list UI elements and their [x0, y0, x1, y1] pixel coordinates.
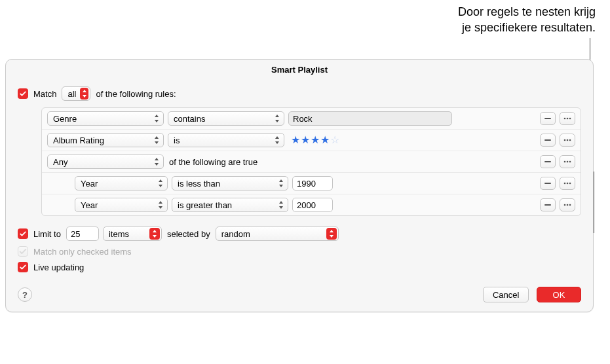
- rule-row: Genre contains Rock: [42, 108, 581, 129]
- svg-point-7: [569, 139, 571, 141]
- help-button[interactable]: ?: [18, 287, 32, 302]
- field-select[interactable]: Year: [75, 176, 168, 191]
- dialog-footer: ? Cancel OK: [6, 275, 593, 302]
- field-value: Genre: [53, 114, 77, 124]
- ellipsis-icon: [563, 115, 571, 122]
- operator-value: is less than: [178, 179, 220, 189]
- minus-icon: [544, 136, 552, 144]
- rules-container: Genre contains Rock: [41, 107, 581, 216]
- svg-point-18: [567, 204, 569, 206]
- add-rule-button[interactable]: [560, 177, 575, 190]
- remove-rule-button[interactable]: [540, 134, 556, 147]
- live-updating-row: Live updating: [18, 259, 581, 275]
- svg-rect-8: [544, 161, 551, 162]
- match-checked-label: Match only checked items: [32, 247, 133, 257]
- live-updating-label: Live updating: [32, 263, 85, 272]
- match-suffix: of the following rules:: [94, 89, 177, 99]
- rating-stars[interactable]: ★ ★ ★ ★ ☆: [291, 135, 339, 145]
- remove-rule-button[interactable]: [540, 198, 556, 211]
- match-mode-value: all: [67, 89, 76, 99]
- svg-point-6: [567, 139, 569, 141]
- field-select[interactable]: Year: [75, 198, 168, 212]
- svg-point-1: [564, 118, 566, 120]
- updown-icon: [155, 177, 166, 189]
- limit-count-value: 25: [71, 229, 80, 239]
- footer-buttons: Cancel OK: [478, 287, 581, 302]
- limit-checkbox[interactable]: [18, 228, 28, 239]
- remove-rule-button[interactable]: [540, 155, 556, 168]
- updown-icon: [272, 134, 282, 146]
- svg-point-10: [567, 161, 569, 163]
- add-rule-button[interactable]: [560, 198, 575, 211]
- operator-select[interactable]: is greater than: [172, 198, 288, 212]
- value-text: 1990: [297, 179, 316, 189]
- limit-label: Limit to: [32, 229, 62, 239]
- cancel-label: Cancel: [493, 290, 519, 300]
- dialog-title: Smart Playlist: [6, 60, 593, 84]
- limit-unit-select[interactable]: items: [103, 227, 162, 241]
- annotation-line-1: Door regels te nesten krijg: [458, 4, 596, 20]
- star-icon: ★: [291, 135, 300, 145]
- rule-row: Album Rating is ★ ★ ★ ★ ☆: [42, 129, 581, 151]
- minus-icon: [544, 115, 552, 122]
- updown-icon: [326, 228, 337, 240]
- operator-select[interactable]: is: [168, 133, 284, 147]
- updown-icon: [151, 134, 162, 146]
- svg-point-13: [564, 183, 566, 185]
- help-icon: ?: [22, 290, 28, 300]
- match-checkbox[interactable]: [18, 88, 28, 99]
- minus-icon: [544, 158, 552, 166]
- star-icon: ☆: [330, 135, 339, 145]
- svg-rect-16: [544, 204, 551, 206]
- svg-point-3: [569, 118, 571, 120]
- star-icon: ★: [301, 135, 310, 145]
- updown-icon: [272, 113, 282, 124]
- cancel-button[interactable]: Cancel: [483, 287, 529, 302]
- svg-point-9: [564, 161, 566, 163]
- updown-icon: [80, 88, 88, 100]
- add-rule-button[interactable]: [560, 112, 575, 125]
- operator-select[interactable]: contains: [168, 111, 284, 126]
- minus-icon: [544, 179, 552, 187]
- updown-icon: [151, 156, 162, 168]
- remove-rule-button[interactable]: [540, 177, 556, 190]
- svg-point-19: [569, 204, 571, 206]
- svg-point-11: [569, 161, 571, 163]
- updown-icon: [155, 199, 166, 211]
- remove-rule-button[interactable]: [540, 112, 556, 125]
- minus-icon: [544, 201, 552, 209]
- operator-value: contains: [174, 114, 205, 124]
- live-updating-checkbox[interactable]: [18, 262, 28, 272]
- value-input[interactable]: 1990: [292, 176, 333, 191]
- value-input[interactable]: 2000: [292, 198, 333, 212]
- match-checked-row: Match only checked items: [18, 244, 581, 259]
- svg-point-2: [567, 118, 569, 120]
- field-select[interactable]: Album Rating: [47, 133, 164, 147]
- match-row: Match all of the following rules:: [18, 84, 581, 103]
- nested-header-text: of the following are true: [168, 157, 259, 167]
- value-text: Rock: [293, 114, 313, 124]
- limit-row: Limit to 25 items selected by random: [18, 224, 581, 244]
- ok-label: OK: [553, 290, 565, 300]
- updown-icon: [151, 113, 162, 124]
- add-rule-button[interactable]: [560, 134, 575, 147]
- ellipsis-icon: [563, 158, 571, 166]
- match-prefix: Match: [32, 89, 58, 99]
- svg-rect-0: [544, 118, 551, 119]
- field-value: Year: [81, 179, 98, 189]
- add-rule-button[interactable]: [560, 155, 575, 168]
- svg-point-15: [569, 183, 571, 185]
- nested-mode-value: Any: [53, 157, 67, 167]
- smart-playlist-dialog: Smart Playlist Match all of the followin…: [5, 59, 594, 312]
- value-input[interactable]: Rock: [288, 111, 452, 126]
- ok-button[interactable]: OK: [537, 287, 581, 302]
- nested-rule-row: Year is greater than 2000: [42, 194, 581, 215]
- updown-icon: [276, 177, 286, 189]
- limit-by-select[interactable]: random: [216, 227, 339, 241]
- svg-rect-12: [544, 183, 551, 184]
- match-mode-select[interactable]: all: [62, 86, 90, 101]
- operator-select[interactable]: is less than: [172, 176, 288, 191]
- field-select[interactable]: Genre: [47, 111, 164, 126]
- nested-mode-select[interactable]: Any: [47, 155, 164, 169]
- limit-count-input[interactable]: 25: [66, 227, 99, 241]
